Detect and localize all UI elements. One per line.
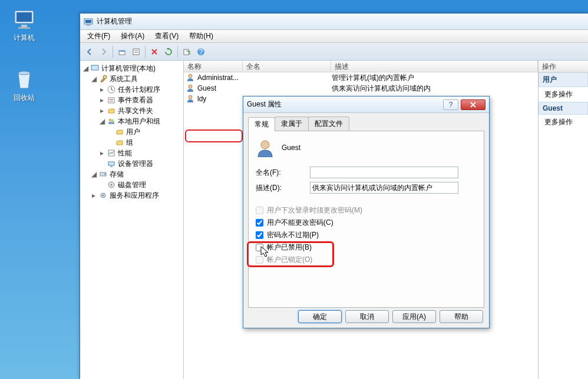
dialog-close-button[interactable]	[461, 99, 485, 110]
svg-rect-6	[85, 20, 91, 23]
properties-button[interactable]	[130, 45, 143, 58]
cell-name: Administrat...	[197, 74, 243, 82]
nav-back-button[interactable]	[83, 45, 96, 58]
svg-rect-9	[119, 51, 125, 52]
folder-icon	[115, 127, 124, 137]
svg-rect-27	[110, 166, 113, 167]
svg-rect-16	[91, 65, 98, 70]
list-row[interactable]: Administrat...管理计算机(域)的内置帐户	[184, 72, 538, 83]
cell-desc: 供来宾访问计算机或访问域的内	[332, 84, 538, 94]
svg-point-29	[104, 174, 105, 175]
tree-systools[interactable]: ◢系统工具	[80, 74, 183, 84]
tree-devmgr[interactable]: 设备管理器	[80, 158, 183, 169]
tree-storage[interactable]: ◢存储	[80, 169, 183, 179]
shared-folder-icon	[107, 106, 116, 115]
help-button[interactable]: 帮助	[440, 310, 483, 323]
svg-point-37	[261, 141, 269, 149]
chk-cant-change-box[interactable]	[256, 219, 263, 227]
desc-input[interactable]	[310, 182, 458, 194]
tree-diskmgr[interactable]: 磁盘管理	[80, 179, 183, 190]
actions-pane: 操作 用户 更多操作 Guest 更多操作	[539, 61, 588, 379]
menu-action[interactable]: 操作(A)	[116, 30, 149, 42]
tree-tasksch[interactable]: ▸任务计划程序	[80, 84, 183, 95]
svg-rect-24	[108, 122, 114, 124]
tab-profile[interactable]: 配置文件	[308, 117, 349, 131]
svg-point-4	[18, 71, 30, 75]
svg-rect-2	[21, 25, 27, 27]
tree-groups[interactable]: 组	[80, 137, 183, 148]
chk-account-disabled[interactable]: 帐户已禁用(B)	[256, 242, 477, 252]
monitor-icon	[12, 7, 36, 31]
dialog-titlebar[interactable]: Guest 属性 ?	[243, 97, 489, 113]
menu-view[interactable]: 查看(V)	[150, 30, 183, 42]
fullname-input[interactable]	[310, 167, 458, 178]
titlebar[interactable]: 计算机管理	[80, 14, 588, 30]
user-icon	[186, 94, 196, 104]
tab-page-general: Guest 全名(F): 描述(D): 用户下次登录时须更改密码(M)	[248, 131, 484, 308]
cell-name: Guest	[197, 84, 243, 92]
computer-icon	[90, 64, 100, 73]
chk-cant-change[interactable]: 用户不能更改密码(C)	[256, 218, 477, 228]
svg-rect-13	[184, 49, 189, 55]
svg-rect-10	[133, 49, 139, 55]
actions-header: 操作	[539, 61, 588, 72]
tab-memberof[interactable]: 隶属于	[275, 117, 309, 131]
tree-perf[interactable]: ▸性能	[80, 148, 183, 158]
chk-never-expire-box[interactable]	[256, 231, 263, 239]
menu-file[interactable]: 文件(F)	[82, 30, 115, 42]
export-button[interactable]	[180, 45, 193, 58]
tab-general[interactable]: 常规	[248, 117, 275, 131]
help-button[interactable]: ?	[194, 45, 207, 58]
gear-icon	[98, 191, 108, 200]
dialog-help-button[interactable]: ?	[443, 99, 458, 110]
col-fullname[interactable]: 全名	[243, 61, 331, 72]
ok-button[interactable]: 确定	[298, 310, 342, 323]
chk-must-change-box	[256, 207, 263, 214]
col-name[interactable]: 名称	[184, 61, 243, 72]
folder-icon	[115, 138, 124, 147]
users-group-icon	[107, 117, 116, 126]
chk-never-expire[interactable]: 密码永不过期(P)	[256, 230, 477, 240]
clock-icon	[107, 85, 116, 94]
window-title: 计算机管理	[97, 16, 132, 26]
cancel-button[interactable]: 取消	[345, 310, 389, 323]
tree-users[interactable]: 用户	[80, 127, 183, 137]
svg-point-17	[103, 75, 107, 79]
tools-icon	[98, 74, 108, 84]
svg-rect-26	[108, 162, 114, 165]
svg-text:?: ?	[199, 48, 203, 56]
tree-sharedf[interactable]: ▸共享文件夹	[80, 105, 183, 116]
svg-rect-1	[16, 12, 32, 22]
desktop-computer-icon[interactable]: 计算机	[4, 7, 45, 43]
tree-pane: ◢计算机管理(本地) ◢系统工具 ▸任务计划程序 ▸事件查看器 ▸共享文件夹 ◢…	[80, 61, 184, 379]
app-icon	[84, 17, 93, 26]
actions-more-1[interactable]: 更多操作	[539, 87, 588, 102]
disk-icon	[107, 180, 116, 190]
desktop-recycle-icon[interactable]: 回收站	[4, 67, 45, 103]
delete-button[interactable]	[148, 45, 161, 58]
col-desc[interactable]: 描述	[331, 61, 538, 72]
up-button[interactable]	[115, 45, 128, 58]
chk-account-disabled-box[interactable]	[256, 244, 263, 251]
dialog-title: Guest 属性	[247, 99, 443, 109]
dialog-buttons: 确定 取消 应用(A) 帮助	[243, 310, 489, 323]
nav-forward-button[interactable]	[97, 45, 110, 58]
tree-root[interactable]: ◢计算机管理(本地)	[80, 63, 183, 74]
apply-button[interactable]: 应用(A)	[392, 310, 436, 323]
actions-section-users: 用户	[539, 72, 588, 87]
svg-point-35	[189, 85, 192, 88]
tree-eventvwr[interactable]: ▸事件查看器	[80, 95, 183, 105]
recycle-bin-icon	[12, 67, 36, 91]
toolbar: ?	[80, 43, 588, 61]
refresh-button[interactable]	[162, 45, 175, 58]
storage-icon	[98, 169, 108, 179]
list-header: 名称 全名 描述	[184, 61, 538, 72]
desktop-recycle-label: 回收站	[4, 93, 45, 103]
tree-localug[interactable]: ◢本地用户和组	[80, 116, 183, 127]
menu-help[interactable]: 帮助(H)	[184, 30, 218, 42]
list-row[interactable]: Guest供来宾访问计算机或访问域的内	[184, 83, 538, 94]
actions-more-2[interactable]: 更多操作	[539, 115, 588, 129]
svg-rect-3	[18, 27, 30, 29]
chk-must-change: 用户下次登录时须更改密码(M)	[256, 205, 477, 215]
tree-services[interactable]: ▸服务和应用程序	[80, 190, 183, 201]
